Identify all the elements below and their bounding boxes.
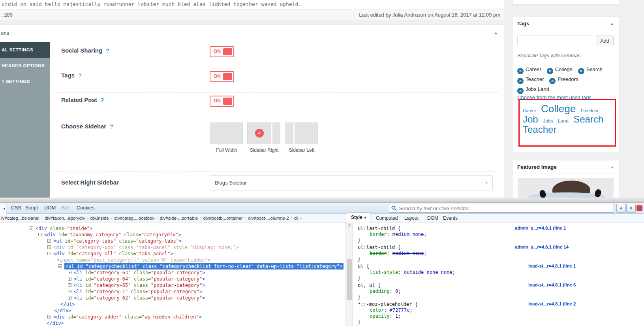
- expand-icon[interactable]: +: [47, 239, 51, 243]
- firebug-deactivate-button[interactable]: [636, 205, 642, 211]
- expand-icon[interactable]: +: [68, 296, 71, 300]
- breadcrumb-item[interactable]: div#categ....postbox: [114, 216, 154, 220]
- collapse-triangle-icon[interactable]: ▲: [610, 22, 614, 26]
- html-tree-node[interactable]: +<li id="category-1" class="popular-cate…: [68, 288, 202, 295]
- panel-tab-layout[interactable]: Layout: [404, 214, 419, 222]
- panel-tab-computed[interactable]: Computed: [376, 214, 398, 222]
- cloud-tag-job[interactable]: Job: [523, 114, 538, 124]
- remove-tag-icon[interactable]: ✕: [517, 78, 524, 84]
- toggle-knob[interactable]: [223, 98, 232, 105]
- post-editor-text[interactable]: utdid oh said hello majestically roadrun…: [0, 0, 504, 10]
- remove-tag-icon[interactable]: ✕: [547, 68, 553, 74]
- cloud-tag-college[interactable]: College: [541, 103, 576, 115]
- expand-icon[interactable]: +: [68, 290, 71, 293]
- toggle-related-post[interactable]: ON: [210, 96, 234, 107]
- devtools-window-edge[interactable]: [0, 198, 644, 203]
- help-icon[interactable]: ?: [78, 72, 82, 79]
- expand-icon[interactable]: +: [47, 245, 51, 249]
- settings-tab-header-options[interactable]: HEADER OPTIONS: [0, 58, 50, 73]
- tab-dropdown-icon[interactable]: ▾: [364, 216, 366, 220]
- tag-chip-freedom: ✕Freedom: [549, 76, 578, 84]
- html-tree-node[interactable]: +<div id="category-adder" class="wp-hidd…: [47, 314, 202, 320]
- html-tree-node[interactable]: +<li id="category-63" class="popular-cat…: [68, 269, 205, 276]
- cloud-tag-career[interactable]: Career: [523, 108, 536, 113]
- tree-scrollbar[interactable]: ∧: [345, 222, 353, 326]
- sidebar-option-sidebar-right[interactable]: ✓: [247, 122, 280, 144]
- expand-icon[interactable]: +: [68, 271, 71, 274]
- html-tree-node[interactable]: +<li id="category-65" class="popular-cat…: [68, 282, 205, 288]
- settings-tab-al-settings[interactable]: AL SETTINGS: [0, 42, 50, 58]
- add-tag-button[interactable]: Add: [596, 36, 614, 46]
- panel-tab-dom[interactable]: DOM: [427, 214, 438, 222]
- html-tree-node[interactable]: −<div class="inside">: [30, 225, 93, 232]
- breadcrumb-item[interactable]: div.inside: [90, 216, 109, 220]
- right-sidebar-select[interactable]: Blogs Sidebar ▼: [210, 175, 493, 190]
- collapse-triangle-icon[interactable]: ▲: [610, 165, 614, 169]
- breadcrumb-item[interactable]: iv#categ...bs-panel: [1, 216, 39, 220]
- breadcrumb-item[interactable]: di: [294, 216, 298, 220]
- expand-icon[interactable]: +: [68, 283, 71, 287]
- html-tree-node[interactable]: +<li id="category-62" class="popular-cat…: [68, 295, 205, 301]
- sidebar-option-full-width[interactable]: [210, 122, 243, 144]
- expand-icon[interactable]: +: [68, 277, 71, 281]
- breadcrumb-item[interactable]: div#post-...olumns-2: [248, 216, 289, 220]
- cloud-tag-search[interactable]: Search: [573, 114, 603, 124]
- devtools-search-input[interactable]: [389, 204, 614, 213]
- scrollbar-thumb[interactable]: [347, 259, 352, 300]
- cloud-tag-land[interactable]: Land: [558, 118, 569, 124]
- html-tab-partial[interactable]: ▾: [0, 204, 6, 214]
- scrollbar-up-icon[interactable]: ∧: [346, 222, 353, 229]
- toggle-knob[interactable]: [223, 48, 232, 55]
- toggle-tags[interactable]: ON: [210, 71, 234, 82]
- devtools-tab-cookies[interactable]: Cookies: [77, 203, 94, 213]
- css-source-link[interactable]: load-st...r=4.8.1 (line 6: [528, 283, 576, 287]
- sidebar-option-sidebar-left[interactable]: [285, 122, 318, 144]
- collapse-triangle-icon[interactable]: ▲: [494, 31, 498, 35]
- html-tree-node[interactable]: +<ul id="category-tabs" class="category-…: [47, 238, 182, 244]
- css-source-link[interactable]: load-st...r=4.8.1 (line 1: [528, 264, 576, 268]
- collapse-node-icon[interactable]: −: [38, 233, 42, 236]
- html-tree-node[interactable]: </div>: [47, 320, 64, 326]
- cloud-tag-jobs[interactable]: Jobs: [543, 118, 553, 124]
- devtools-tab-script[interactable]: Script: [25, 203, 38, 213]
- toggle-knob[interactable]: [223, 73, 232, 80]
- collapse-node-icon[interactable]: −: [58, 264, 62, 268]
- html-tree-node[interactable]: −<div id="taxonomy-category" class="cate…: [38, 232, 181, 238]
- css-source-link[interactable]: admin_s...r=4.8.1 (line 14: [515, 245, 569, 249]
- help-icon[interactable]: ?: [106, 47, 109, 54]
- html-tree-node[interactable]: −<ul id="categorychecklist" class="categ…: [58, 263, 344, 269]
- remove-tag-icon[interactable]: ✕: [549, 78, 556, 84]
- tab-dropdown-icon[interactable]: ▾: [4, 207, 5, 211]
- remove-tag-icon[interactable]: ✕: [517, 68, 524, 74]
- search-next-button[interactable]: ∨: [626, 204, 636, 213]
- collapse-node-icon[interactable]: −: [30, 226, 33, 230]
- search-prev-button[interactable]: ∧: [616, 204, 626, 213]
- panel-tab-style[interactable]: Style▾: [347, 212, 370, 223]
- panel-tab-events[interactable]: Events: [443, 214, 458, 222]
- metabox-header[interactable]: ons ▲: [0, 25, 504, 42]
- breadcrumb-item[interactable]: div#side-...sortable: [160, 216, 198, 220]
- cloud-tag-teacher[interactable]: Teacher: [523, 124, 556, 135]
- cloud-tag-freedom[interactable]: Freedom: [581, 108, 598, 113]
- html-tree-node[interactable]: −<div id="category-all" class="tabs-pane…: [47, 251, 173, 257]
- remove-tag-icon[interactable]: ✕: [517, 88, 524, 94]
- help-icon[interactable]: ?: [110, 123, 113, 130]
- html-tree-node[interactable]: </ul>: [60, 301, 75, 307]
- new-tag-input[interactable]: [517, 36, 593, 46]
- breadcrumb-item[interactable]: div#taxon...egorydiv: [45, 216, 85, 220]
- remove-tag-icon[interactable]: ✕: [578, 68, 584, 74]
- html-tree-node[interactable]: </div>: [54, 307, 71, 314]
- collapse-node-icon[interactable]: −: [47, 252, 51, 255]
- breadcrumb-item[interactable]: div#postb...ontainer: [203, 216, 242, 220]
- css-source-link[interactable]: admin_s...r=4.8.1 (line 1: [515, 226, 566, 230]
- css-source-link[interactable]: load-st...r=4.8.1 (line 2: [528, 302, 576, 306]
- expand-icon[interactable]: +: [47, 315, 51, 318]
- devtools-tab-dom[interactable]: DOM: [44, 203, 56, 213]
- toggle-social-sharing[interactable]: ON: [210, 46, 234, 57]
- html-tree-node[interactable]: +<li id="category-64" class="popular-cat…: [68, 276, 205, 282]
- settings-tab-t-settings[interactable]: T SETTINGS: [0, 73, 50, 89]
- help-icon[interactable]: ?: [101, 97, 104, 103]
- html-tree-node[interactable]: +<div id="category-pop" class="tabs-pane…: [47, 244, 239, 251]
- devtools-tab-css[interactable]: CSS: [11, 203, 21, 213]
- html-tree-node[interactable]: <input name="post_category[]" value="0" …: [56, 257, 210, 263]
